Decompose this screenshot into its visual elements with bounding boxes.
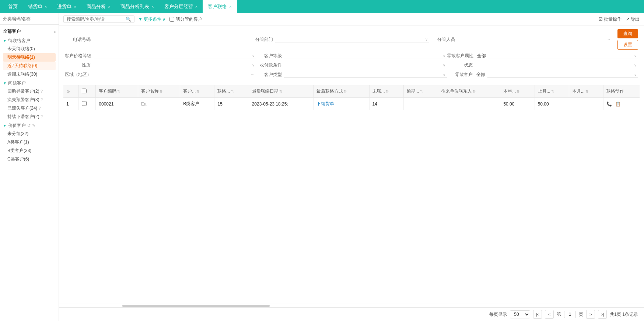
row-select-checkbox[interactable] xyxy=(82,101,87,106)
export-button[interactable]: ↗ 导出 xyxy=(626,16,640,23)
sidebar-item-class-c[interactable]: C类客户(6) xyxy=(3,155,56,163)
all-customers-title[interactable]: 全部客户 « xyxy=(3,27,56,36)
select-all-checkbox[interactable] xyxy=(82,89,87,93)
my-customers-check[interactable] xyxy=(169,17,174,22)
nav-home[interactable]: 首页 xyxy=(3,0,23,13)
nature-select[interactable]: ∨ xyxy=(93,62,256,68)
overdue-sort-icon: ⇅ xyxy=(420,89,423,93)
close-customer-tiering-icon[interactable]: × xyxy=(195,4,197,9)
sidebar-search-input[interactable] xyxy=(3,16,58,21)
sidebar-item-class-a[interactable]: A类客户(1) xyxy=(3,138,56,146)
customer-level-select[interactable]: ∨ xyxy=(284,53,447,59)
col-name[interactable]: 客户名称⇅ xyxy=(138,85,180,98)
prev-page-button[interactable]: < xyxy=(545,310,554,319)
col-this-month[interactable]: 本月...⇅ xyxy=(569,85,603,98)
col-last-date[interactable]: 最后联络日期⇅ xyxy=(249,85,314,98)
next-page-button[interactable]: > xyxy=(586,310,595,319)
row-last-method[interactable]: 下销货单 xyxy=(314,98,369,110)
close-product-analysis-icon[interactable]: × xyxy=(108,4,110,9)
price-level-select[interactable]: ∨ xyxy=(94,53,256,59)
horizontal-scrollbar[interactable] xyxy=(122,305,270,307)
col-contact-count[interactable]: 联络...⇅ xyxy=(214,85,249,98)
region-select[interactable]: ··· xyxy=(94,71,256,78)
sidebar-item-declining[interactable]: 持续下滑客户(2) ? xyxy=(3,113,56,121)
row-last-month: 50.00 xyxy=(535,98,569,110)
row-seq: 1 xyxy=(63,98,79,110)
sidebar-item-overdue-contact[interactable]: 逾期未联络(30) xyxy=(3,70,56,79)
search-input[interactable] xyxy=(67,17,126,22)
customer-type-arrow-icon: ∨ xyxy=(443,73,445,77)
sidebar-item-7day-contact[interactable]: 近7天待联络(0) xyxy=(3,62,56,70)
call-action-icon[interactable]: 📞 xyxy=(606,101,612,107)
sidebar-item-repurchase-abnormal[interactable]: 回购异常客户(2) ? xyxy=(3,87,56,96)
col-uncontacted[interactable]: 未联...⇅ xyxy=(369,85,403,98)
filter-customer-level: 客户等级 ∨ xyxy=(256,53,447,59)
sidebar-item-ungrouped[interactable]: 未分组(32) xyxy=(3,130,56,138)
query-button[interactable]: 查询 xyxy=(617,29,638,38)
retail-attr-select[interactable]: ∨ xyxy=(488,53,638,59)
filter-row-4: 区域（地区） ··· 客户类型 ∨ 零散客户 全部 ∨ xyxy=(65,71,638,78)
status-select[interactable]: ∨ xyxy=(475,62,638,68)
col-code[interactable]: 客户编码⇅ xyxy=(96,85,138,98)
first-page-button[interactable]: |< xyxy=(533,310,542,319)
col-settings[interactable]: ⚙ xyxy=(63,85,79,98)
close-product-analysis-list-icon[interactable]: × xyxy=(151,4,154,9)
nav-product-analysis[interactable]: 商品分析 × xyxy=(81,0,115,13)
sidebar-item-today-contact[interactable]: 今天待联络(0) xyxy=(3,45,56,53)
group-pending-contact[interactable]: ▼ 待联络客户 xyxy=(3,36,56,45)
retail-customer-select[interactable]: ∨ xyxy=(487,72,638,78)
code-sort-icon: ⇅ xyxy=(117,89,120,93)
row-code: 000021 xyxy=(96,98,138,110)
more-filter-button[interactable]: ▼ 更多条件 ∧ xyxy=(138,16,166,23)
group-value-customers[interactable]: ▼ 价值客户 ↺ ✎ xyxy=(3,121,56,130)
col-last-method[interactable]: 最后联络方式⇅ xyxy=(314,85,369,98)
filter-retail-attr: 零散客户属性 全部 ∨ xyxy=(447,53,638,59)
nav-sales-order[interactable]: 销货单 × xyxy=(23,0,52,13)
sidebar-item-class-b[interactable]: B类客户(33) xyxy=(3,146,56,155)
nav-product-analysis-list[interactable]: 商品分析列表 × xyxy=(115,0,159,13)
nav-customer-contact[interactable]: 客户联络 × xyxy=(203,0,237,13)
row-uncontacted: 14 xyxy=(369,98,403,110)
row-checkbox[interactable] xyxy=(79,98,96,110)
batch-operation-button[interactable]: ☑ 批量操作 xyxy=(599,16,622,23)
refresh-icon[interactable]: ↺ xyxy=(27,123,31,128)
page-size-select[interactable]: 50 10 20 100 xyxy=(510,310,530,318)
last-method-link[interactable]: 下销货单 xyxy=(316,101,334,106)
close-customer-contact-icon[interactable]: × xyxy=(229,4,231,9)
col-unit-contact[interactable]: 往来单位联系人⇅ xyxy=(438,85,500,98)
sidebar-item-churn-warning[interactable]: 流失预警客户(3) ? xyxy=(3,96,56,104)
edit-value-icon[interactable]: ✎ xyxy=(32,123,35,128)
group-problem-customers[interactable]: ▼ 问题客户 xyxy=(3,79,56,87)
note-action-icon[interactable]: 📋 xyxy=(615,101,621,107)
col-overdue[interactable]: 逾期...⇅ xyxy=(403,85,438,98)
phone-input[interactable] xyxy=(93,36,247,43)
sidebar-item-churned[interactable]: 已流失客户(24) ? xyxy=(3,104,56,113)
filter-row-3: 性质 ∨ 收付款条件 ∨ 状态 xyxy=(65,62,638,68)
payment-select[interactable]: ∨ xyxy=(284,62,447,68)
col-checkbox[interactable] xyxy=(79,85,96,98)
search-icon[interactable]: 🔍 xyxy=(126,17,131,22)
manager-select[interactable]: ··· xyxy=(457,36,612,43)
close-sales-order-icon[interactable]: × xyxy=(45,4,47,9)
sidebar-item-tomorrow-contact[interactable]: 明天待联络(1) xyxy=(3,53,56,62)
last-page-button[interactable]: >| xyxy=(598,310,607,319)
export-icon: ↗ xyxy=(626,17,630,22)
page-number-input[interactable] xyxy=(564,311,576,318)
dept-select[interactable]: ∨ xyxy=(275,37,430,42)
col-this-year[interactable]: 本年...⇅ xyxy=(500,85,535,98)
dept-arrow-icon: ∨ xyxy=(425,37,428,41)
col-last-month[interactable]: 上月...⇅ xyxy=(535,85,569,98)
settings-button[interactable]: 设置 xyxy=(617,40,638,50)
row-this-month xyxy=(569,98,603,110)
per-page-label: 每页显示 xyxy=(489,311,507,318)
nav-customer-tiering[interactable]: 客户分层经营 × xyxy=(159,0,203,13)
close-purchase-order-icon[interactable]: × xyxy=(74,4,76,9)
customer-type-select[interactable]: ∨ xyxy=(284,72,447,78)
row-last-date: 2023-05-23 18:25: xyxy=(249,98,314,110)
column-setting-icon[interactable]: ⚙ xyxy=(66,89,70,94)
filter-row-1: 电话号码 分管部门 ∨ 分管人员 ··· 查询 设置 xyxy=(65,29,638,50)
col-type[interactable]: 客户...⇅ xyxy=(180,85,214,98)
my-customers-checkbox[interactable]: 我分管的客户 xyxy=(169,16,202,23)
nav-purchase-order[interactable]: 进货单 × xyxy=(52,0,81,13)
type-sort-icon: ⇅ xyxy=(196,89,199,93)
